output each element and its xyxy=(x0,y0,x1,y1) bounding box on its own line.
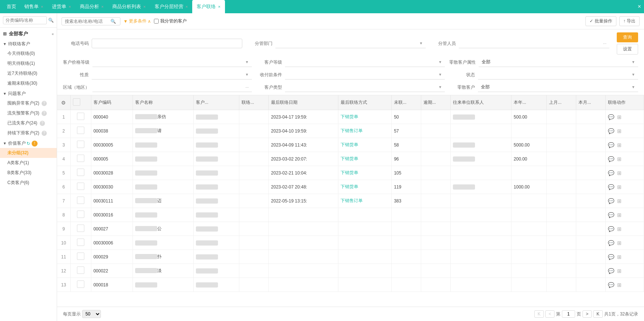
export-btn[interactable]: ↑ 导出 xyxy=(619,16,640,26)
nav-item-sales[interactable]: 销售单 × xyxy=(20,0,47,13)
dept-select[interactable]: ▼ xyxy=(275,39,426,48)
nav-home[interactable]: 首页 xyxy=(3,3,20,10)
contact-way-link[interactable]: 下销货单 xyxy=(341,170,358,175)
sidebar-item-class-c[interactable]: C类客户(6) xyxy=(0,178,57,188)
grid-action-icon[interactable]: ⊞ xyxy=(617,142,622,148)
comment-icon[interactable]: 💬 xyxy=(608,212,614,218)
sidebar-item-today-pending[interactable]: 今天待联络(0) xyxy=(0,49,57,59)
grid-action-icon[interactable]: ⊞ xyxy=(617,128,622,134)
row-checkbox[interactable] xyxy=(77,155,84,162)
phone-input[interactable] xyxy=(92,39,242,48)
contact-way-link[interactable]: 下销货单 xyxy=(341,114,358,119)
settings-col[interactable]: ⚙ xyxy=(57,95,70,110)
grid-action-icon[interactable]: ⊞ xyxy=(617,226,622,232)
row-checkbox[interactable] xyxy=(77,225,84,232)
close-customer-contact-icon[interactable]: × xyxy=(218,4,220,9)
close-customer-segment-icon[interactable]: × xyxy=(186,4,188,9)
sidebar-item-churn-warning[interactable]: 流失预警客户(3) ? xyxy=(0,108,57,118)
page-input[interactable] xyxy=(562,310,575,318)
sidebar-item-class-a[interactable]: A类客户(1) xyxy=(0,158,57,168)
comment-icon[interactable]: 💬 xyxy=(608,226,614,232)
my-customers-checkbox[interactable]: 我分管的客户 xyxy=(154,18,187,24)
filter-search-icon[interactable]: 🔍 xyxy=(110,19,116,24)
table-settings-icon[interactable]: ⚙ xyxy=(61,100,66,106)
manager-more-icon[interactable]: ··· xyxy=(603,41,606,46)
contact-way-link[interactable]: 下销售订单 xyxy=(341,198,363,203)
sidebar-item-overdue[interactable]: 逾期未联络(30) xyxy=(0,78,57,88)
prev-page-btn[interactable]: < xyxy=(545,310,555,318)
row-checkbox[interactable] xyxy=(77,197,84,204)
close-sales-icon[interactable]: × xyxy=(41,4,43,9)
comment-icon[interactable]: 💬 xyxy=(608,142,614,148)
row-check[interactable] xyxy=(70,110,91,124)
comment-icon[interactable]: 💬 xyxy=(608,282,614,288)
comment-icon[interactable]: 💬 xyxy=(608,240,614,246)
row-checkbox[interactable] xyxy=(77,127,84,134)
next-page-btn[interactable]: > xyxy=(583,310,592,318)
contact-way-link[interactable]: 下销货单 xyxy=(341,142,358,147)
problem-group-header[interactable]: ▼ 问题客户 xyxy=(0,88,57,98)
nav-item-purchase[interactable]: 进货单 × xyxy=(47,0,75,13)
region-select[interactable]: ··· xyxy=(92,82,252,92)
retail-customer-select[interactable]: 全部 ▼ xyxy=(478,82,638,92)
comment-icon[interactable]: 💬 xyxy=(608,254,614,260)
row-check[interactable] xyxy=(70,278,91,292)
grid-action-icon[interactable]: ⊞ xyxy=(617,114,622,120)
row-check[interactable] xyxy=(70,180,91,194)
row-check[interactable] xyxy=(70,250,91,264)
comment-icon[interactable]: 💬 xyxy=(608,184,614,190)
row-checkbox[interactable] xyxy=(77,169,84,176)
sidebar-search-icon[interactable]: 🔍 xyxy=(48,18,54,23)
comment-icon[interactable]: 💬 xyxy=(608,198,614,204)
query-btn[interactable]: 查询 xyxy=(617,32,638,42)
row-check[interactable] xyxy=(70,236,91,250)
row-checkbox[interactable] xyxy=(77,253,84,260)
grid-action-icon[interactable]: ⊞ xyxy=(617,240,622,246)
row-check[interactable] xyxy=(70,194,91,208)
customer-type-select[interactable]: ▼ xyxy=(285,82,445,92)
sidebar-search-input[interactable] xyxy=(3,16,47,24)
contact-way-link[interactable]: 下销货单 xyxy=(341,156,358,161)
close-product-analysis-icon[interactable]: × xyxy=(101,4,103,9)
comment-icon[interactable]: 💬 xyxy=(608,170,614,176)
sidebar-item-abnormal-purchase[interactable]: 囤购异常客户(2) ? xyxy=(0,98,57,108)
value-group-header[interactable]: ▼ 价值客户 ↻ ! xyxy=(0,138,57,148)
grid-action-icon[interactable]: ⊞ xyxy=(617,156,622,162)
more-conditions-btn[interactable]: ▼ 更多条件 ∧ xyxy=(123,18,151,24)
pending-group-header[interactable]: ▼ 待联络客户 xyxy=(0,39,57,49)
grid-action-icon[interactable]: ⊞ xyxy=(617,198,622,204)
grid-action-icon[interactable]: ⊞ xyxy=(617,268,622,274)
region-more-icon[interactable]: ··· xyxy=(246,85,249,89)
sidebar-item-7days-pending[interactable]: 近7天待联络(0) xyxy=(0,68,57,78)
reset-btn[interactable]: 设置 xyxy=(617,44,638,54)
grid-action-icon[interactable]: ⊞ xyxy=(617,184,622,190)
close-product-analysis-list-icon[interactable]: × xyxy=(143,4,145,9)
row-checkbox[interactable] xyxy=(77,267,84,274)
grid-action-icon[interactable]: ⊞ xyxy=(617,212,622,218)
customer-level-select[interactable]: ▼ xyxy=(285,57,445,67)
refresh-icon[interactable]: ↻ xyxy=(27,141,30,146)
grid-action-icon[interactable]: ⊞ xyxy=(617,254,622,260)
filter-search-input[interactable] xyxy=(65,19,109,24)
select-all-checkbox[interactable] xyxy=(73,98,80,106)
sidebar-item-class-b[interactable]: B类客户(33) xyxy=(0,168,57,178)
grid-action-icon[interactable]: ⊞ xyxy=(617,170,622,176)
nav-item-customer-segment[interactable]: 客户分层经营 × xyxy=(150,0,192,13)
nature-select[interactable]: ▼ xyxy=(92,70,252,80)
payment-select[interactable]: ▼ xyxy=(285,70,445,80)
sidebar-item-ungrouped[interactable]: 未分组(32) xyxy=(0,148,57,158)
status-select[interactable]: ▼ xyxy=(478,70,638,80)
row-check[interactable] xyxy=(70,124,91,138)
my-customers-check[interactable] xyxy=(154,19,159,24)
row-checkbox[interactable] xyxy=(77,211,84,218)
row-checkbox[interactable] xyxy=(77,239,84,246)
nav-item-product-analysis-list[interactable]: 商品分析列表 × xyxy=(108,0,150,13)
row-check[interactable] xyxy=(70,152,91,166)
row-check[interactable] xyxy=(70,208,91,222)
batch-operation-btn[interactable]: ✓ 批量操作 xyxy=(585,16,616,26)
row-checkbox[interactable] xyxy=(77,281,84,288)
all-customers-header[interactable]: ⊞ 全部客户 « xyxy=(0,28,57,39)
window-close-icon[interactable]: × xyxy=(638,3,641,10)
price-level-select[interactable]: ▼ xyxy=(92,57,252,67)
sidebar-item-tomorrow-pending[interactable]: 明天待联络(1) xyxy=(0,59,57,68)
